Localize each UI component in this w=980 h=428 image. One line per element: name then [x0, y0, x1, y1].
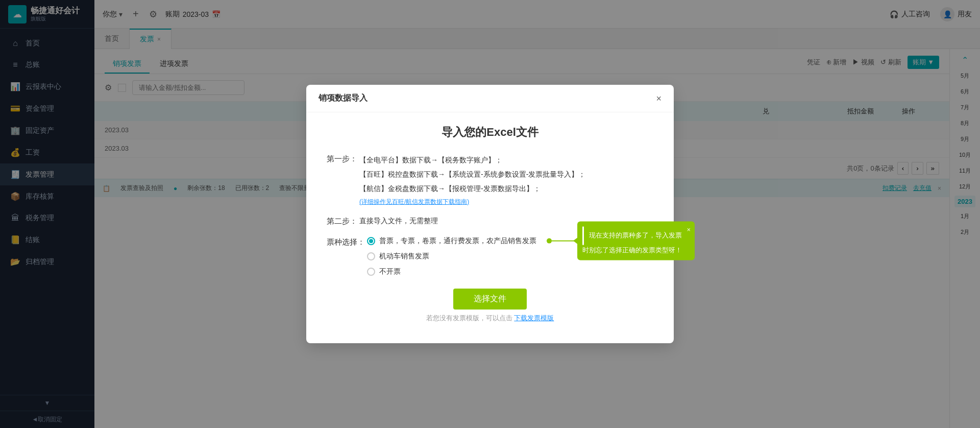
tooltip-bar [582, 226, 584, 245]
radio-opt3-label: 不开票 [379, 267, 401, 276]
radio-opt1-label: 普票，专票，卷票，通行费发票，农产品销售发票 [379, 236, 536, 246]
step1-label: 第一步： [327, 154, 357, 164]
tooltip-arrow [573, 238, 577, 244]
modal-actions: 选择文件 [327, 289, 653, 310]
radio-option-1-wrapper: 普票，专票，卷票，通行费发票，农产品销售发票 现在支持的票种多了，导入发票时别忘… [367, 236, 536, 246]
modal-close-btn[interactable]: × [656, 94, 662, 103]
step1-content: 【全电平台】数据下载→【税务数字账户】； 【百旺】税控盘数据下载→【系统设置-系… [359, 154, 585, 206]
radio-opt1[interactable] [367, 237, 375, 245]
step1-line2: 【百旺】税控盘数据下载→【系统设置-系统参数设置-发票批量导入】； [359, 169, 585, 181]
import-modal: 销项数据导入 × 导入您的Excel文件 第一步： 【全电平台】数据下载→【税务… [306, 85, 674, 343]
step1-link-wrap: (详细操作见百旺/航信发票数据下载指南) [359, 197, 585, 206]
modal-header: 销项数据导入 × [306, 85, 674, 112]
tooltip-text: 现在支持的票种多了，导入发票时别忘了选择正确的发票类型呀！ [582, 231, 682, 254]
ticket-label: 票种选择： [327, 236, 365, 247]
footer-text: 若您没有发票模版，可以点击 [426, 314, 512, 322]
modal-overlay: 销项数据导入 × 导入您的Excel文件 第一步： 【全电平台】数据下载→【税务… [0, 0, 980, 428]
modal-body: 导入您的Excel文件 第一步： 【全电平台】数据下载→【税务数字账户】； 【百… [306, 112, 674, 343]
step1-row: 第一步： 【全电平台】数据下载→【税务数字账户】； 【百旺】税控盘数据下载→【系… [327, 154, 653, 206]
download-template-link[interactable]: 下载发票模版 [514, 314, 554, 322]
step2-content: 直接导入文件，无需整理 [359, 217, 438, 226]
radio-opt2-label: 机动车销售发票 [379, 252, 429, 261]
tooltip-connector: 现在支持的票种多了，导入发票时别忘了选择正确的发票类型呀！ × [547, 221, 695, 260]
step1-line3: 【航信】金税盘数据下载→【报税管理-发票数据导出】； [359, 183, 585, 195]
select-file-btn[interactable]: 选择文件 [453, 289, 527, 310]
modal-footer: 若您没有发票模版，可以点击 下载发票模版 [327, 314, 653, 327]
modal-main-title: 导入您的Excel文件 [327, 125, 653, 140]
step1-guide-link[interactable]: (详细操作见百旺/航信发票数据下载指南) [359, 198, 469, 205]
tooltip-close-btn[interactable]: × [687, 224, 691, 235]
radio-group: 普票，专票，卷票，通行费发票，农产品销售发票 现在支持的票种多了，导入发票时别忘… [367, 236, 536, 276]
radio-option-3: 不开票 [367, 267, 536, 276]
radio-option-2: 机动车销售发票 [367, 252, 536, 261]
tooltip-bubble: 现在支持的票种多了，导入发票时别忘了选择正确的发票类型呀！ × [577, 221, 695, 260]
tooltip-dot [547, 239, 552, 244]
step2-label: 第二步： [327, 217, 357, 226]
modal-title: 销项数据导入 [318, 93, 368, 104]
step1-line1: 【全电平台】数据下载→【税务数字账户】； [359, 154, 585, 167]
radio-opt2[interactable] [367, 252, 375, 260]
radio-opt3[interactable] [367, 268, 375, 276]
ticket-type-row: 票种选择： 普票，专票，卷票，通行费发票，农产品销售发票 [327, 236, 653, 276]
